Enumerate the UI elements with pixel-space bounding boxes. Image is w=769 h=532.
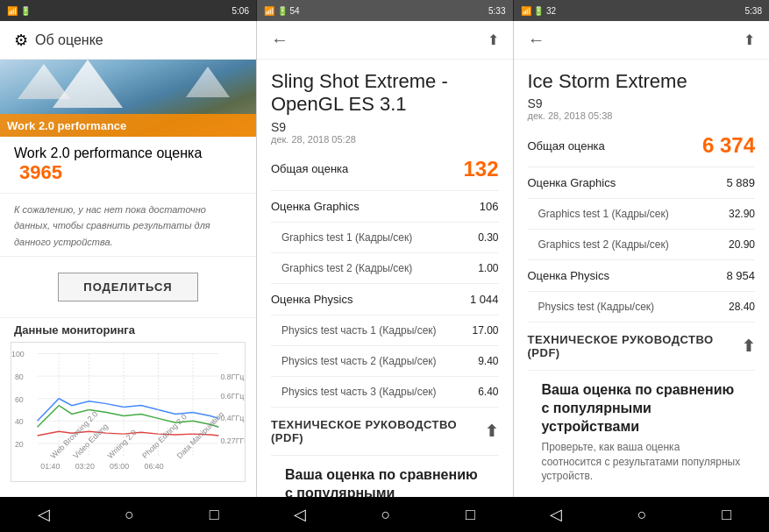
note-section: К сожалению, у нас нет пока достаточно д… bbox=[0, 194, 256, 257]
monitoring-title: Данные мониторинга bbox=[7, 318, 249, 342]
panel3-nav: ← ⬆ bbox=[514, 21, 770, 60]
back-nav-icon-2[interactable]: ◁ bbox=[294, 505, 306, 524]
panel3-pdf-label: ТЕХНИЧЕСКОЕ РУКОВОДСТВО (PDF) bbox=[528, 333, 742, 359]
table-row: Physics test часть 3 (Кадры/сек)6.40 bbox=[271, 377, 499, 408]
panel3-rows: Оценка Graphics5 889Graphics test 1 (Кад… bbox=[528, 167, 756, 323]
panel-slingshot: ← ⬆ Sling Shot Extreme - OpenGL ES 3.1 S… bbox=[256, 21, 513, 497]
panel2-share-icon[interactable]: ⬆ bbox=[488, 32, 499, 48]
row-value: 20.90 bbox=[729, 238, 755, 251]
status-icons-2: 📶 🔋 54 bbox=[264, 6, 300, 16]
status-bar-1: 📶 🔋 5:06 bbox=[0, 0, 256, 21]
svg-text:06:40: 06:40 bbox=[144, 462, 163, 471]
recents-nav-icon-2[interactable]: □ bbox=[466, 506, 475, 524]
panel3-pdf-share-icon[interactable]: ⬆ bbox=[742, 337, 756, 356]
home-nav-icon-3[interactable]: ○ bbox=[637, 506, 647, 524]
row-value: 17.00 bbox=[472, 324, 498, 337]
svg-text:40: 40 bbox=[15, 417, 24, 426]
table-row: Physics test часть 1 (Кадры/сек)17.00 bbox=[271, 316, 499, 346]
row-label: Оценка Physics bbox=[271, 293, 352, 306]
status-icons-3: 📶 🔋 32 bbox=[521, 6, 557, 16]
svg-text:60: 60 bbox=[15, 395, 24, 404]
row-label: Оценка Graphics bbox=[271, 200, 360, 213]
svg-text:80: 80 bbox=[15, 372, 24, 381]
panel2-bottom: Ваша оценка по сравнению с популярными у… bbox=[271, 456, 499, 497]
share-button[interactable]: ПОДЕЛИТЬСЯ bbox=[58, 273, 198, 301]
back-nav-icon-3[interactable]: ◁ bbox=[550, 505, 562, 524]
table-row: Оценка Graphics106 bbox=[271, 191, 499, 223]
row-label: Graphics test 2 (Кадры/сек) bbox=[538, 238, 669, 251]
svg-text:0.8ГГц: 0.8ГГц bbox=[220, 372, 244, 381]
panel3-title: Ice Storm Extreme bbox=[514, 60, 770, 96]
panel3-device-label: S9 bbox=[528, 96, 756, 110]
row-label: Graphics test 1 (Кадры/сек) bbox=[281, 231, 412, 244]
time-3: 5:38 bbox=[745, 6, 762, 16]
row-value: 9.40 bbox=[478, 355, 498, 367]
row-label: Оценка Physics bbox=[528, 269, 609, 282]
panel2-title: Sling Shot Extreme - OpenGL ES 3.1 bbox=[257, 60, 513, 120]
panel2-device-label: S9 bbox=[271, 120, 499, 134]
row-value: 8 954 bbox=[726, 269, 755, 282]
panel2-pdf-row[interactable]: ТЕХНИЧЕСКОЕ РУКОВОДСТВО (PDF) ⬆ bbox=[271, 408, 499, 456]
panel3-bottom: Ваша оценка по сравнению с популярными у… bbox=[528, 371, 756, 494]
row-value: 6.40 bbox=[478, 386, 498, 398]
panel2-pdf-label: ТЕХНИЧЕСКОЕ РУКОВОДСТВО (PDF) bbox=[271, 418, 485, 444]
status-bar-2: 📶 🔋 54 5:33 bbox=[256, 0, 513, 21]
svg-text:03:20: 03:20 bbox=[75, 462, 95, 471]
panel3-overall-label: Общая оценка bbox=[528, 139, 605, 153]
row-value: 1.00 bbox=[478, 262, 498, 274]
status-bar-3: 📶 🔋 32 5:38 bbox=[513, 0, 770, 21]
table-row: Physics test (Кадры/сек)28.40 bbox=[528, 292, 756, 323]
svg-text:0.6ГГц: 0.6ГГц bbox=[220, 392, 244, 401]
monitoring-section: Данные мониторинга 100 80 60 40 bbox=[0, 318, 256, 482]
panel2-overall-label: Общая оценка bbox=[271, 162, 348, 175]
panel2-device: S9 дек. 28, 2018 05:28 bbox=[257, 120, 513, 148]
table-row: Оценка Physics1 044 bbox=[271, 284, 499, 316]
panel3-device: S9 дек. 28, 2018 05:38 bbox=[514, 96, 770, 124]
row-label: Graphics test 1 (Кадры/сек) bbox=[538, 208, 669, 220]
table-row: Graphics test 1 (Кадры/сек)32.90 bbox=[528, 199, 756, 230]
home-nav-icon[interactable]: ○ bbox=[125, 506, 134, 524]
panel3-share-icon[interactable]: ⬆ bbox=[744, 32, 755, 48]
panel3-back-icon[interactable]: ← bbox=[528, 30, 545, 50]
table-row: Оценка Physics8 954 bbox=[528, 260, 756, 292]
panel1-header-title: Об оценке bbox=[35, 32, 103, 48]
panel-icestorm: ← ⬆ Ice Storm Extreme S9 дек. 28, 2018 0… bbox=[513, 21, 770, 497]
score-value: 3965 bbox=[19, 161, 62, 183]
row-value: 1 044 bbox=[470, 293, 499, 306]
row-label: Physics test часть 3 (Кадры/сек) bbox=[281, 386, 437, 398]
time-1: 5:06 bbox=[232, 6, 249, 16]
panel2-pdf-share-icon[interactable]: ⬆ bbox=[485, 422, 499, 441]
panel2-date-label: дек. 28, 2018 05:28 bbox=[271, 134, 499, 145]
panel3-pdf-row[interactable]: ТЕХНИЧЕСКОЕ РУКОВОДСТВО (PDF) ⬆ bbox=[528, 323, 756, 371]
panel2-overall-row: Общая оценка 132 bbox=[271, 148, 499, 191]
table-row: Graphics test 2 (Кадры/сек)20.90 bbox=[528, 230, 756, 260]
panel3-overall-value: 6 374 bbox=[702, 133, 755, 158]
svg-text:100: 100 bbox=[11, 351, 25, 359]
panel3-date-label: дек. 28, 2018 05:38 bbox=[528, 110, 756, 121]
recents-nav-icon[interactable]: □ bbox=[210, 506, 219, 524]
svg-text:01:40: 01:40 bbox=[40, 462, 60, 471]
panel1-hero-text: Work 2.0 performance bbox=[7, 119, 126, 132]
status-icons-1: 📶 🔋 bbox=[7, 6, 31, 16]
row-label: Physics test (Кадры/сек) bbox=[538, 301, 655, 313]
recents-nav-icon-3[interactable]: □ bbox=[722, 506, 731, 524]
table-row: Graphics test 2 (Кадры/сек)1.00 bbox=[271, 253, 499, 284]
settings-icon: ⚙ bbox=[14, 31, 28, 50]
panel2-back-icon[interactable]: ← bbox=[271, 30, 288, 50]
home-nav-icon-2[interactable]: ○ bbox=[381, 506, 391, 524]
row-value: 5 889 bbox=[726, 176, 755, 189]
back-nav-icon[interactable]: ◁ bbox=[38, 505, 50, 524]
row-label: Physics test часть 1 (Кадры/сек) bbox=[281, 324, 437, 337]
panel2-nav: ← ⬆ bbox=[257, 21, 513, 60]
row-value: 32.90 bbox=[729, 208, 755, 220]
panel3-content: Общая оценка 6 374 Оценка Graphics5 889G… bbox=[514, 124, 770, 497]
row-label: Physics test часть 2 (Кадры/сек) bbox=[281, 355, 437, 367]
panel2-overall-value: 132 bbox=[463, 157, 498, 181]
nav-bar: ◁ ○ □ ◁ ○ □ ◁ ○ □ bbox=[0, 497, 769, 532]
panel-work-performance: ⚙ Об оценке Work 2.0 performance Work 2.… bbox=[0, 21, 256, 497]
panel2-bottom-title: Ваша оценка по сравнению с популярными у… bbox=[285, 466, 485, 497]
score-section: Work 2.0 performance оценка 3965 bbox=[0, 137, 256, 194]
panel1-content: Work 2.0 performance оценка 3965 К сожал… bbox=[0, 137, 256, 497]
row-label: Оценка Graphics bbox=[528, 176, 616, 189]
table-row: Physics test часть 2 (Кадры/сек)9.40 bbox=[271, 346, 499, 377]
